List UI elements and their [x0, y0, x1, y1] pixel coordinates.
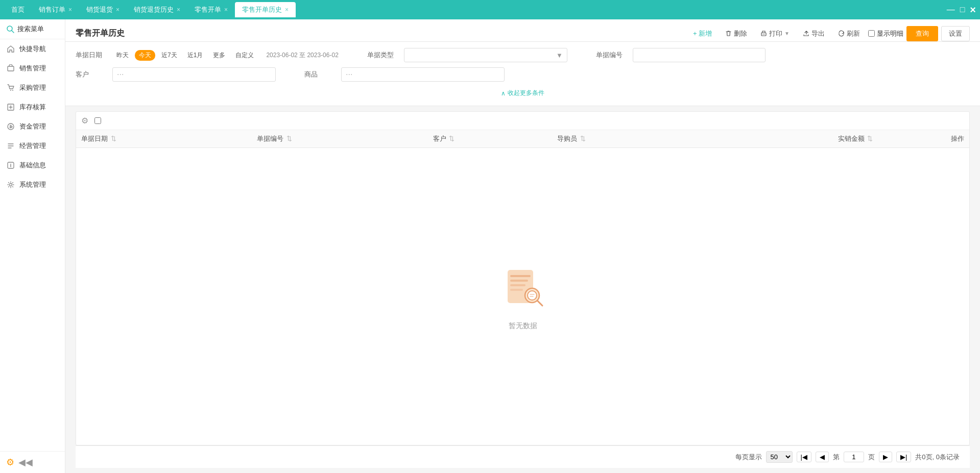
delete-button[interactable]: 删除 — [720, 27, 752, 40]
tab-retail-order-close[interactable]: × — [224, 6, 228, 13]
add-button[interactable]: + 新增 — [688, 27, 717, 40]
print-button[interactable]: 打印 ▼ — [755, 27, 795, 40]
close-btn[interactable]: × — [970, 4, 976, 16]
table-container: ⚙ 单据日期 ⇅ 单据编号 ⇅ — [76, 111, 970, 445]
export-button[interactable]: 导出 — [798, 27, 830, 40]
svg-line-18 — [537, 301, 542, 306]
chevron-up-icon: ∧ — [501, 90, 506, 97]
sidebar-item-system[interactable]: 系统管理 — [0, 175, 65, 194]
tab-sales-return-label: 销货退货 — [86, 5, 113, 14]
select-all-checkbox[interactable] — [94, 117, 101, 124]
sidebar-collapse-icon[interactable]: ◀◀ — [18, 457, 33, 468]
col-customer[interactable]: 客户 ⇅ — [428, 130, 552, 148]
table-settings-icon[interactable]: ⚙ — [81, 116, 88, 126]
collapse-filter-btn[interactable]: ∧ 收起更多条件 — [76, 87, 970, 99]
customer-input[interactable]: ··· — [112, 67, 276, 82]
svg-point-8 — [10, 184, 12, 186]
tab-retail-order-label: 零售开单 — [195, 5, 221, 14]
tab-sales-order[interactable]: 销售订单 × — [32, 2, 79, 17]
empty-state: 暂无数据 — [76, 148, 969, 445]
print-icon — [760, 30, 767, 37]
col-amount[interactable]: 实销金额 ⇅ — [702, 130, 878, 148]
sidebar-item-quicknav[interactable]: 快捷导航 — [0, 39, 65, 59]
tab-sales-return-history-close[interactable]: × — [177, 6, 180, 13]
sidebar-item-finance-label: 资金管理 — [19, 122, 46, 131]
svg-rect-13 — [510, 280, 528, 282]
date-opt-custom[interactable]: 自定义 — [231, 50, 258, 61]
sort-customer-icon: ⇅ — [449, 135, 455, 142]
tab-retail-history-close[interactable]: × — [285, 6, 289, 13]
print-label: 打印 — [769, 29, 782, 38]
sidebar-search[interactable]: 搜索菜单 — [0, 19, 65, 39]
minimize-btn[interactable]: — — [947, 5, 955, 14]
svg-point-3 — [10, 90, 11, 91]
main-layout: 搜索菜单 快捷导航 销售管理 — [0, 19, 980, 473]
query-button[interactable]: 查询 — [906, 26, 938, 41]
page-suffix: 页 — [868, 453, 875, 462]
sidebar-item-system-label: 系统管理 — [19, 180, 46, 189]
next-page-btn[interactable]: ▶ — [879, 452, 892, 462]
sort-guide-icon: ⇅ — [580, 135, 586, 142]
date-opt-1month[interactable]: 近1月 — [183, 50, 207, 61]
date-filter-label: 单据日期 — [76, 51, 104, 60]
type-select[interactable]: ▼ — [404, 48, 567, 62]
prev-page-btn[interactable]: ◀ — [816, 452, 829, 462]
goods-input[interactable]: ··· — [341, 67, 505, 82]
tab-sales-return-history[interactable]: 销货退货历史 × — [127, 2, 187, 17]
col-action: 操作 — [878, 130, 969, 148]
settings-button[interactable]: 设置 — [941, 26, 970, 41]
goods-filter-label: 商品 — [304, 70, 333, 79]
display-detail-label: 显示明细 — [877, 29, 903, 38]
sidebar-item-management-label: 经营管理 — [19, 141, 46, 151]
first-page-btn[interactable]: |◀ — [797, 452, 811, 462]
per-page-select[interactable]: 50 100 200 — [766, 451, 793, 463]
last-page-btn[interactable]: ▶| — [896, 452, 911, 462]
sidebar-item-sales[interactable]: 销售管理 — [0, 59, 65, 78]
collapse-filter-label: 收起更多条件 — [508, 89, 544, 97]
empty-text: 暂无数据 — [509, 321, 537, 331]
tab-retail-history[interactable]: 零售开单历史 × — [235, 2, 296, 17]
tab-retail-history-label: 零售开单历史 — [242, 5, 282, 14]
page-header: 零售开单历史 + 新增 删除 打印 ▼ — [65, 19, 980, 42]
tab-sales-order-close[interactable]: × — [68, 6, 72, 13]
delete-label: 删除 — [734, 29, 747, 38]
table-section: ⚙ 单据日期 ⇅ 单据编号 ⇅ — [65, 106, 980, 473]
tab-retail-order[interactable]: 零售开单 × — [187, 2, 235, 17]
tab-sales-return[interactable]: 销货退货 × — [79, 2, 127, 17]
date-opt-more[interactable]: 更多 — [209, 50, 229, 61]
col-number[interactable]: 单据编号 ⇅ — [252, 130, 427, 148]
total-label: 共0页, 0条记录 — [915, 453, 960, 462]
customer-filter-label: 客户 — [76, 70, 104, 79]
sidebar-item-inventory[interactable]: 库存核算 — [0, 97, 65, 117]
tab-sales-return-close[interactable]: × — [116, 6, 119, 13]
sidebar-item-quicknav-label: 快捷导航 — [19, 44, 46, 54]
svg-rect-15 — [510, 289, 523, 291]
system-icon — [6, 180, 15, 189]
sidebar-item-management[interactable]: 经营管理 — [0, 136, 65, 156]
date-opt-today[interactable]: 今天 — [135, 50, 155, 61]
per-page-label: 每页显示 — [735, 453, 762, 462]
page-input[interactable] — [844, 452, 864, 462]
settings-gear-icon[interactable]: ⚙ — [6, 457, 14, 468]
filter-row-2: 客户 ··· 商品 ··· — [76, 67, 970, 82]
col-guide[interactable]: 导购员 ⇅ — [552, 130, 702, 148]
display-detail-toggle[interactable]: 显示明细 — [868, 29, 903, 38]
sidebar-item-purchase[interactable]: 采购管理 — [0, 78, 65, 97]
date-range-display: 2023-06-02 至 2023-06-02 — [266, 51, 338, 60]
svg-rect-12 — [510, 275, 531, 277]
type-select-value — [409, 51, 415, 60]
number-input[interactable] — [633, 48, 766, 62]
maximize-btn[interactable]: □ — [960, 5, 965, 14]
empty-illustration — [497, 262, 548, 313]
date-opt-7days[interactable]: 近7天 — [157, 50, 181, 61]
date-opt-yesterday[interactable]: 昨天 — [112, 50, 133, 61]
col-date[interactable]: 单据日期 ⇅ — [76, 130, 252, 148]
tab-home[interactable]: 首页 — [4, 2, 32, 17]
print-chevron-icon[interactable]: ▼ — [784, 31, 790, 36]
display-detail-checkbox[interactable] — [868, 30, 875, 37]
sidebar-footer: ⚙ ◀◀ — [0, 451, 65, 473]
sidebar-item-baseinfo[interactable]: 基础信息 — [0, 156, 65, 175]
refresh-button[interactable]: 刷新 — [833, 27, 865, 40]
sidebar-item-finance[interactable]: 资金管理 — [0, 117, 65, 136]
refresh-icon — [838, 30, 845, 37]
